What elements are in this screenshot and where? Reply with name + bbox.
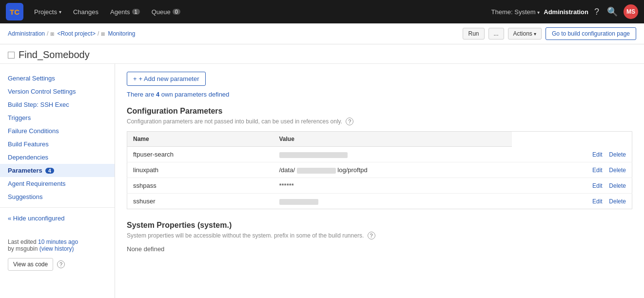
table-row: sshuser Edit Delete (127, 194, 632, 209)
main-content: + + Add new parameter There are 4 own pa… (115, 64, 644, 298)
queue-badge: 0 (173, 9, 180, 15)
param-value-ftpuser-search (273, 147, 512, 162)
run-label: Run (468, 30, 479, 37)
view-as-code-button[interactable]: View as code (8, 258, 53, 271)
param-actions-linuxpath: Edit Delete (512, 162, 632, 178)
blurred-value (297, 168, 336, 174)
delete-sshuser-link[interactable]: Delete (609, 198, 626, 205)
delete-ftpuser-search-link[interactable]: Delete (609, 151, 626, 158)
changes-nav-item[interactable]: Changes (68, 5, 103, 19)
param-count-info: There are 4 own parameters defined (127, 91, 632, 98)
param-value-sshpass: ****** (273, 178, 512, 194)
agents-badge: 1 (132, 9, 140, 15)
add-parameter-button[interactable]: + + Add new parameter (127, 72, 206, 86)
value-column-header: Value (273, 132, 512, 147)
parameters-table: Name Value ftpuser-search Edit Delete (127, 131, 632, 209)
logo-text: TC (10, 8, 20, 16)
run-extra-label: ... (494, 30, 499, 37)
sidebar-item-dependencies[interactable]: Dependencies (0, 151, 115, 164)
actions-label: Actions (513, 30, 532, 37)
name-column-header: Name (127, 132, 273, 147)
breadcrumb-admin-link[interactable]: Administration (8, 30, 45, 37)
projects-chevron-icon: ▾ (59, 9, 61, 15)
theme-selector[interactable]: Theme: System ▾ (491, 8, 540, 16)
breadcrumb-bar: Administration / ⊞ <Root project> / ⊞ Mo… (0, 23, 644, 44)
param-value-sshuser (273, 194, 512, 209)
root-project-icon: ⊞ (50, 31, 54, 37)
run-extra-button[interactable]: ... (488, 28, 504, 40)
sidebar-item-version-control-settings[interactable]: Version Control Settings (0, 85, 115, 98)
actions-chevron-icon: ▾ (534, 31, 536, 37)
sidebar-item-build-step-ssh-exec[interactable]: Build Step: SSH Exec (0, 98, 115, 111)
edit-sshuser-link[interactable]: Edit (592, 198, 603, 205)
sidebar-item-build-features[interactable]: Build Features (0, 138, 115, 151)
none-defined-label: None defined (127, 245, 632, 253)
administration-label[interactable]: Administration (544, 8, 588, 16)
breadcrumb-actions: Run ... Actions ▾ Go to build configurat… (463, 27, 636, 40)
main-layout: General Settings Version Control Setting… (0, 64, 644, 298)
title-checkbox[interactable] (8, 52, 15, 59)
last-edited-info: Last edited 10 minutes ago by msgubin (v… (8, 238, 107, 252)
param-value-linuxpath: /data/ log/proftpd (273, 162, 512, 178)
param-count-suffix: own parameters defined (161, 91, 229, 98)
param-name-sshuser: sshuser (127, 194, 273, 209)
sidebar-item-general-settings[interactable]: General Settings (0, 72, 115, 85)
agents-nav-item[interactable]: Agents 1 (105, 5, 145, 19)
view-as-code-help-icon[interactable]: ? (57, 260, 65, 268)
queue-nav-item[interactable]: Queue 0 (147, 5, 185, 19)
last-edited-label: Last edited (8, 238, 37, 245)
system-props-title: System Properties (system.) (127, 221, 632, 230)
edit-ftpuser-search-link[interactable]: Edit (592, 151, 603, 158)
sidebar-item-triggers[interactable]: Triggers (0, 111, 115, 124)
run-button[interactable]: Run (463, 28, 484, 40)
delete-sshpass-link[interactable]: Delete (609, 182, 626, 189)
last-edited-by: by msgubin (8, 245, 38, 252)
go-to-build-config-button[interactable]: Go to build configuration page (546, 27, 636, 40)
page-title: Find_Somebody (19, 49, 90, 60)
hide-unconfigured-link[interactable]: « Hide unconfigured (0, 212, 115, 225)
view-history-link[interactable]: (view history) (39, 245, 74, 252)
parameters-badge: 4 (45, 168, 54, 174)
param-actions-ftpuser-search: Edit Delete (512, 147, 632, 162)
delete-linuxpath-link[interactable]: Delete (609, 167, 626, 174)
theme-chevron-icon: ▾ (537, 10, 540, 15)
plus-icon: + (133, 75, 137, 82)
system-props-subtitle: System properties will be accessible wit… (127, 232, 632, 239)
param-name-sshpass: sshpass (127, 178, 273, 194)
system-props-help-icon[interactable]: ? (368, 232, 375, 239)
projects-label: Projects (34, 8, 57, 16)
help-icon[interactable]: ? (592, 5, 601, 19)
agents-label: Agents (110, 8, 130, 16)
param-count-text: There are (127, 91, 154, 98)
table-row: sshpass ****** Edit Delete (127, 178, 632, 194)
user-avatar[interactable]: MS (624, 4, 638, 19)
actions-button[interactable]: Actions ▾ (508, 28, 542, 40)
config-params-subtitle: Configuration parameters are not passed … (127, 118, 632, 125)
sidebar-item-failure-conditions[interactable]: Failure Conditions (0, 124, 115, 138)
param-actions-sshpass: Edit Delete (512, 178, 632, 194)
sidebar-item-agent-requirements[interactable]: Agent Requirements (0, 177, 115, 190)
edit-sshpass-link[interactable]: Edit (592, 182, 603, 189)
app-logo[interactable]: TC (6, 3, 23, 20)
queue-label: Queue (152, 8, 171, 16)
breadcrumb: Administration / ⊞ <Root project> / ⊞ Mo… (8, 30, 135, 37)
param-name-ftpuser-search: ftpuser-search (127, 147, 273, 162)
table-row: ftpuser-search Edit Delete (127, 147, 632, 162)
sidebar-item-suggestions[interactable]: Suggestions (0, 190, 115, 203)
monitoring-icon: ⊞ (101, 31, 105, 37)
search-icon[interactable]: 🔍 (605, 4, 620, 19)
breadcrumb-sep-2: / (98, 30, 99, 37)
param-actions-sshuser: Edit Delete (512, 194, 632, 209)
breadcrumb-monitoring-link[interactable]: Monitoring (108, 30, 135, 37)
config-params-help-icon[interactable]: ? (346, 118, 353, 125)
last-edited-time-link[interactable]: 10 minutes ago (38, 238, 78, 245)
breadcrumb-root-link[interactable]: <Root project> (57, 30, 96, 37)
add-param-label: + Add new parameter (139, 75, 199, 82)
sidebar: General Settings Version Control Setting… (0, 64, 115, 298)
sidebar-item-parameters[interactable]: Parameters 4 (0, 164, 115, 177)
top-navigation: TC Projects ▾ Changes Agents 1 Queue 0 T… (0, 0, 644, 23)
blurred-value (279, 199, 318, 205)
edit-linuxpath-link[interactable]: Edit (592, 167, 603, 174)
projects-nav-item[interactable]: Projects ▾ (29, 5, 66, 19)
page-title-bar: Find_Somebody (0, 44, 644, 64)
